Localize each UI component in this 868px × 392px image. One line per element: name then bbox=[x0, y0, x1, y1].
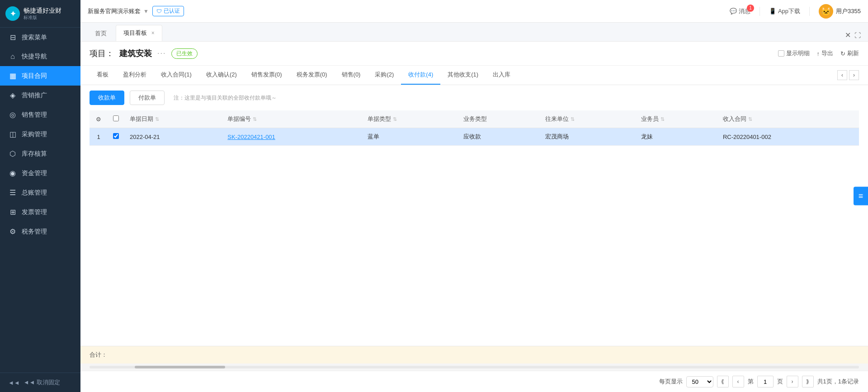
row-type: 蓝单 bbox=[362, 128, 458, 146]
payment-tab-button[interactable]: 付款单 bbox=[130, 91, 165, 105]
refresh-button[interactable]: ↻ 刷新 bbox=[840, 49, 859, 57]
prev-page-button[interactable]: ‹ bbox=[732, 376, 744, 387]
message-icon: 💬 bbox=[730, 8, 737, 14]
show-detail-checkbox[interactable]: 显示明细 bbox=[778, 49, 810, 57]
sidebar-item-inventory[interactable]: ⬡ 库存核算 bbox=[0, 144, 80, 163]
tab-home[interactable]: 首页 bbox=[88, 26, 114, 41]
sidebar-item-invoice[interactable]: ⊞ 发票管理 bbox=[0, 202, 80, 222]
scrollbar-thumb[interactable] bbox=[135, 366, 225, 368]
subtab-inout[interactable]: 出入库 bbox=[486, 66, 518, 85]
subtab-profit[interactable]: 盈利分析 bbox=[116, 66, 154, 85]
subtab-sales-invoice-label: 销售发票(0) bbox=[251, 71, 282, 78]
subtab-receipt[interactable]: 收付款(4) bbox=[401, 66, 440, 85]
col-type[interactable]: 单据类型 ⇅ bbox=[362, 110, 458, 128]
app-download-button[interactable]: 📱 App下载 bbox=[769, 7, 800, 15]
subtab-income-confirm[interactable]: 收入确认(2) bbox=[199, 66, 244, 85]
message-button[interactable]: 💬 消息 1 bbox=[730, 7, 750, 15]
tab-project-board-label: 项目看板 bbox=[123, 29, 147, 36]
right-float-button[interactable]: ≡ bbox=[854, 187, 868, 206]
col-number-label: 单据编号 bbox=[227, 115, 251, 122]
sidebar-finance-label: 资金管理 bbox=[22, 169, 47, 177]
sidebar-item-contract[interactable]: ▦ 项目合同 bbox=[0, 66, 80, 86]
col-biz-type-label: 业务类型 bbox=[463, 115, 487, 122]
sidebar-item-tax[interactable]: ⚙ 税务管理 bbox=[0, 222, 80, 241]
subtab-tax-invoice[interactable]: 税务发票(0) bbox=[289, 66, 335, 85]
sidebar-sales-label: 销售管理 bbox=[22, 111, 47, 119]
page-number-input[interactable] bbox=[757, 376, 774, 387]
sidebar-item-purchase[interactable]: ◫ 采购管理 bbox=[0, 124, 80, 144]
subtab-sales-invoice[interactable]: 销售发票(0) bbox=[244, 66, 289, 85]
col-partner[interactable]: 往来单位 ⇅ bbox=[540, 110, 636, 128]
row-select-checkbox[interactable] bbox=[113, 133, 119, 139]
finance-icon: ◉ bbox=[8, 169, 17, 177]
sidebar-item-sales[interactable]: ◎ 销售管理 bbox=[0, 105, 80, 124]
subtab-sales-label: 销售(0) bbox=[342, 71, 361, 78]
table-header-row: ⚙ 单据日期 ⇅ 单据编号 ⇅ bbox=[90, 110, 859, 128]
first-page-button[interactable]: ⟪ bbox=[717, 376, 729, 387]
col-salesman[interactable]: 业务员 ⇅ bbox=[636, 110, 717, 128]
pagination: 每页显示 50 20 100 ⟪ ‹ 第 页 › ⟫ 共1页，1条记录 bbox=[80, 371, 868, 392]
sidebar-pin-toggle[interactable]: ◄◄ ◄◄ 取消固定 bbox=[0, 373, 80, 392]
payment-tab-label: 付款单 bbox=[138, 94, 156, 101]
project-name: 建筑安装 bbox=[119, 48, 152, 59]
window-close-icon[interactable]: ✕ bbox=[845, 31, 851, 39]
col-number[interactable]: 单据编号 ⇅ bbox=[222, 110, 362, 128]
refresh-icon: ↻ bbox=[840, 50, 845, 57]
tab-close-icon[interactable]: × bbox=[151, 30, 155, 36]
sidebar-item-search[interactable]: ⊟ 搜索菜单 bbox=[0, 28, 80, 47]
select-all-checkbox[interactable] bbox=[113, 115, 119, 121]
subtab-income-contract[interactable]: 收入合同(1) bbox=[154, 66, 199, 85]
subtab-profit-label: 盈利分析 bbox=[123, 71, 146, 78]
row-number-link[interactable]: SK-20220421-001 bbox=[227, 134, 275, 140]
subtab-scroll-right[interactable]: › bbox=[849, 70, 859, 80]
subtab-board[interactable]: 看板 bbox=[90, 66, 116, 85]
row-checkbox[interactable] bbox=[108, 128, 124, 146]
next-page-button[interactable]: › bbox=[787, 376, 798, 387]
sidebar-item-nav[interactable]: ⌂ 快捷导航 bbox=[0, 47, 80, 66]
section-note: 注：这里是与项目关联的全部收付款单哦～ bbox=[174, 94, 277, 102]
row-number[interactable]: SK-20220421-001 bbox=[222, 128, 362, 146]
horizontal-scrollbar[interactable] bbox=[80, 363, 868, 371]
sidebar-item-marketing[interactable]: ◈ 营销推广 bbox=[0, 86, 80, 105]
scrollbar-track[interactable] bbox=[90, 366, 859, 368]
receipt-tab-button[interactable]: 收款单 bbox=[90, 91, 124, 105]
row-partner: 宏茂商场 bbox=[540, 128, 636, 146]
settings-gear-icon[interactable]: ⚙ bbox=[96, 116, 101, 123]
more-options-icon[interactable]: ··· bbox=[157, 49, 166, 57]
contract-icon: ▦ bbox=[8, 72, 17, 80]
app-logo-icon: ✦ bbox=[5, 6, 20, 21]
per-page-select[interactable]: 50 20 100 bbox=[686, 376, 713, 387]
subtab-other-expense[interactable]: 其他收支(1) bbox=[440, 66, 486, 85]
app-download-label: App下载 bbox=[778, 7, 800, 15]
subtab-purchase[interactable]: 采购(2) bbox=[368, 66, 401, 85]
project-header: 项目： 建筑安装 ··· 已生效 显示明细 ↑ 导出 ↻ 刷新 bbox=[80, 42, 868, 66]
topbar-divider1 bbox=[760, 7, 760, 16]
sidebar-item-ledger[interactable]: ☰ 总账管理 bbox=[0, 183, 80, 202]
sidebar-contract-label: 项目合同 bbox=[22, 72, 47, 80]
subtab-sales[interactable]: 销售(0) bbox=[335, 66, 368, 85]
table-row[interactable]: 1 2022-04-21 SK-20220421-001 蓝单 bbox=[90, 128, 859, 146]
col-date[interactable]: 单据日期 ⇅ bbox=[124, 110, 222, 128]
search-menu-icon: ⊟ bbox=[8, 33, 17, 42]
subtab-tax-invoice-label: 税务发票(0) bbox=[297, 71, 327, 78]
window-maximize-icon[interactable]: ⛶ bbox=[854, 32, 861, 39]
topbar-divider2 bbox=[809, 7, 810, 16]
tax-icon: ⚙ bbox=[8, 227, 17, 236]
col-partner-sort-icon: ⇅ bbox=[571, 116, 575, 122]
account-selector[interactable]: 新服务官网演示账套 ▼ bbox=[88, 7, 149, 15]
subtab-scroll-arrows: ‹ › bbox=[837, 70, 859, 80]
export-button[interactable]: ↑ 导出 bbox=[817, 49, 834, 57]
subtab-scroll-left[interactable]: ‹ bbox=[837, 70, 847, 80]
col-biz-type[interactable]: 业务类型 bbox=[458, 110, 540, 128]
col-salesman-label: 业务员 bbox=[641, 115, 659, 122]
tab-project-board[interactable]: 项目看板 × bbox=[116, 25, 162, 41]
subtab-income-contract-label: 收入合同(1) bbox=[161, 71, 192, 78]
certified-badge: 🛡 已认证 bbox=[152, 6, 184, 16]
col-income-contract[interactable]: 收入合同 ⇅ bbox=[717, 110, 859, 128]
col-settings[interactable]: ⚙ bbox=[90, 110, 108, 128]
last-page-button[interactable]: ⟫ bbox=[802, 376, 814, 387]
user-menu[interactable]: 🐱 用户3355 bbox=[819, 4, 861, 19]
sidebar-item-finance[interactable]: ◉ 资金管理 bbox=[0, 163, 80, 183]
col-date-label: 单据日期 bbox=[130, 115, 153, 122]
sidebar-inventory-label: 库存核算 bbox=[22, 150, 47, 158]
